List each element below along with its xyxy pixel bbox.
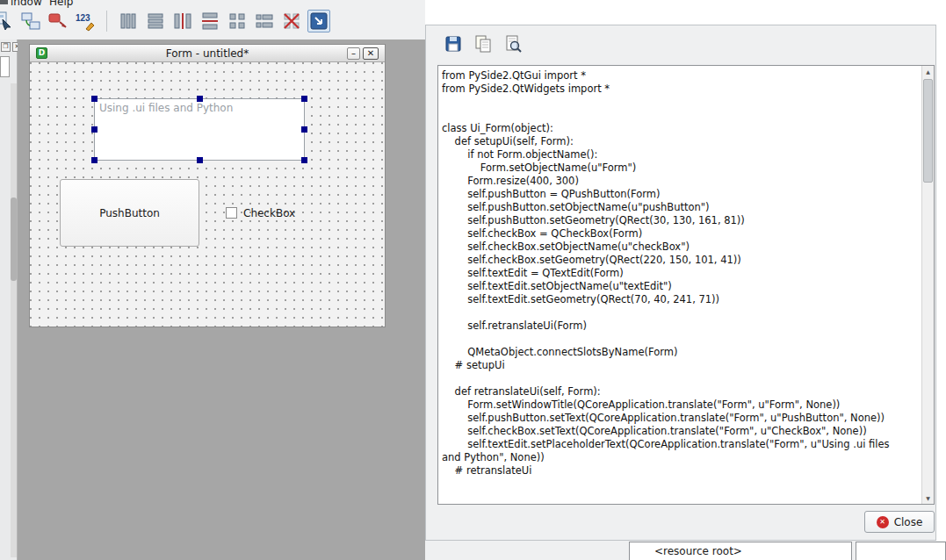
menu-window[interactable]: indow (11, 0, 42, 8)
checkbox-indicator[interactable] (226, 207, 237, 219)
close-label: Close (894, 516, 923, 528)
code-line: # setupUi (442, 359, 920, 372)
close-window-button[interactable]: ✕ (363, 47, 379, 60)
textedit-widget[interactable]: Using .ui files and Python (94, 98, 305, 161)
code-line: QMetaObject.connectSlotsByName(Form) (442, 346, 920, 359)
scroll-down-button[interactable]: ▼ (922, 492, 934, 504)
save-icon (444, 34, 463, 54)
menu-help[interactable]: Help (49, 0, 73, 8)
code-line: self.checkBox.setText(QCoreApplication.t… (442, 425, 920, 438)
selection-handle-bottom-left[interactable] (91, 157, 97, 163)
code-line: from PySide2.QtWidgets import * (442, 83, 920, 96)
layout-vertical-icon (145, 11, 166, 32)
layout-horizontal-button[interactable] (117, 10, 140, 32)
code-view[interactable]: from PySide2.QtGui import *from PySide2.… (437, 65, 935, 505)
code-line: self.checkBox.setObjectName(u"checkBox") (442, 241, 920, 254)
layout-vertical-splitter-button[interactable] (199, 10, 221, 32)
textedit-placeholder: Using .ui files and Python (99, 102, 233, 114)
code-preview-dialog: from PySide2.QtGui import *from PySide2.… (425, 25, 936, 541)
selection-handle-mid-left[interactable] (91, 126, 97, 133)
widget-filter-input-fragment[interactable] (0, 56, 10, 77)
code-line: self.checkBox.setGeometry(QRect(220, 150… (442, 254, 920, 267)
code-line: Form.resize(400, 300) (442, 175, 920, 188)
svg-text:123: 123 (76, 13, 90, 23)
code-line: self.pushButton.setGeometry(QRect(30, 13… (442, 214, 920, 227)
dock-float-button[interactable]: ❐ (1, 42, 11, 52)
widget-box-scroll-thumb[interactable] (11, 197, 17, 281)
code-line: self.textEdit.setGeometry(QRect(70, 40, … (442, 293, 920, 306)
code-line (442, 372, 920, 385)
code-line: from PySide2.QtGui import * (442, 69, 920, 83)
code-line: self.pushButton = QPushButton(Form) (442, 188, 920, 201)
code-line: def retranslateUi(self, Form): (442, 385, 920, 398)
edit-buddies-icon (47, 11, 69, 32)
code-line: self.pushButton.setText(QCoreApplication… (442, 412, 920, 425)
code-line: self.textEdit = QTextEdit(Form) (442, 267, 920, 280)
form-window-titlebar[interactable]: D Form - untitled* – ✕ (30, 45, 385, 62)
header: indow Help (0, 0, 425, 39)
break-layout-button[interactable] (280, 10, 303, 32)
code-line: Form.setWindowTitle(QCoreApplication.tra… (442, 398, 920, 412)
adjust-size-button[interactable] (307, 10, 330, 32)
layout-vertical-button[interactable] (144, 10, 167, 32)
layout-grid-icon (227, 11, 248, 32)
selection-handle-bottom-mid[interactable] (197, 157, 203, 163)
pushbutton-widget[interactable]: PushButton (60, 179, 199, 247)
checkbox-label: CheckBox (243, 207, 295, 219)
save-button[interactable] (442, 32, 465, 55)
minimize-button[interactable]: – (347, 47, 360, 60)
selection-handle-top-left[interactable] (91, 96, 97, 102)
edit-signals-slots-icon (20, 11, 41, 32)
layout-form-button[interactable] (253, 10, 276, 32)
code-line (442, 306, 920, 319)
edit-widgets-icon (0, 11, 14, 32)
qt-designer-screen: indow Help (0, 0, 946, 560)
scroll-up-button[interactable]: ▲ (922, 66, 934, 77)
copy-button[interactable] (472, 32, 495, 55)
resource-browser-fragment: <resource root> (629, 542, 852, 560)
layout-horizontal-icon (118, 11, 139, 32)
code-line: # retranslateUi (442, 464, 920, 477)
form-canvas[interactable]: Using .ui files and Python PushButton Ch… (30, 62, 385, 327)
edit-buddies-button[interactable] (47, 10, 69, 32)
find-icon (503, 34, 523, 54)
code-line: def setupUi(self, Form): (442, 135, 920, 148)
find-button[interactable] (502, 32, 524, 55)
close-dialog-button[interactable]: ✕ Close (864, 511, 935, 533)
layout-form-icon (254, 11, 275, 32)
layout-grid-button[interactable] (226, 10, 249, 32)
menu-icon-fragment (0, 0, 8, 4)
code-lines: from PySide2.QtGui import *from PySide2.… (442, 69, 920, 477)
code-line: self.checkBox = QCheckBox(Form) (442, 227, 920, 241)
selection-handle-mid-right[interactable] (301, 126, 307, 133)
code-line: self.pushButton.setObjectName(u"pushButt… (442, 201, 920, 214)
code-line (442, 109, 920, 122)
copy-icon (473, 34, 493, 54)
code-line: and Python", None)) (442, 451, 920, 464)
code-scrollbar[interactable]: ▲ ▼ (921, 66, 934, 504)
selection-handle-top-mid[interactable] (197, 96, 203, 102)
resource-root-item[interactable]: <resource root> (654, 545, 742, 557)
form-window-icon: D (36, 47, 47, 59)
scroll-thumb[interactable] (923, 79, 933, 183)
edit-signals-slots-button[interactable] (19, 10, 42, 32)
resource-panel-fragment (856, 542, 946, 560)
layout-horizontal-splitter-button[interactable] (171, 10, 194, 32)
widget-box-scrollbar[interactable] (11, 83, 17, 557)
code-line: class Ui_Form(object): (442, 122, 920, 135)
break-layout-icon (281, 11, 302, 32)
toolbar-separator (106, 11, 107, 32)
bottom-strip: <resource root> (425, 541, 946, 560)
close-icon: ✕ (877, 516, 889, 528)
code-line (442, 96, 920, 109)
edit-widgets-button[interactable] (0, 10, 15, 32)
code-line: self.textEdit.setPlaceholderText(QCoreAp… (442, 438, 920, 451)
edit-tab-order-button[interactable]: 123 (74, 10, 97, 32)
selection-handle-bottom-right[interactable] (301, 157, 307, 163)
edit-tab-order-icon: 123 (75, 11, 96, 32)
checkbox-widget[interactable]: CheckBox (226, 205, 295, 220)
layout-horizontal-splitter-icon (172, 11, 193, 32)
code-line: if not Form.objectName(): (442, 148, 920, 162)
selection-handle-top-right[interactable] (301, 96, 307, 102)
main-toolbar: 123 (0, 10, 330, 32)
